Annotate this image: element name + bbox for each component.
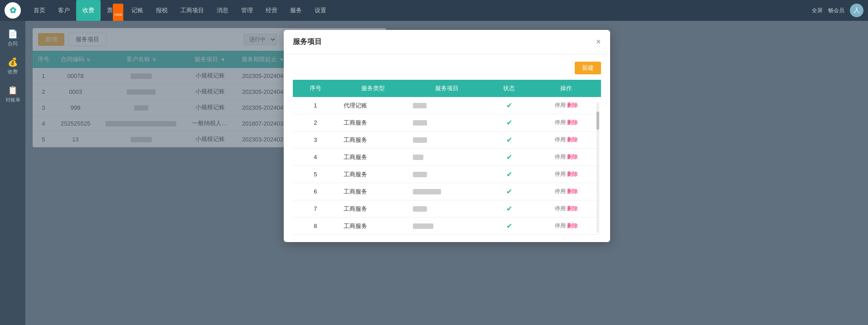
modal-cell-status: ✔ bbox=[486, 149, 532, 166]
list-item: 3 工商服务 ████ ✔ 停用 删除 bbox=[293, 131, 601, 149]
avatar[interactable]: 人 bbox=[850, 4, 863, 17]
nav-accounting[interactable]: 记账 bbox=[125, 0, 150, 21]
service-modal: 服务项目 × 新建 序号 服务类型 服务项目 bbox=[284, 30, 610, 242]
fullscreen-label[interactable]: 全屏 bbox=[812, 7, 823, 15]
list-item: 1 代理记账 ███1 ✔ 停用 删除 bbox=[293, 97, 601, 114]
app-logo: ✿ bbox=[5, 2, 21, 19]
modal-cell-status: ✔ bbox=[486, 218, 532, 235]
modal-cell-item: ███注册 bbox=[407, 218, 486, 235]
modal-cell-item: ████ bbox=[407, 166, 486, 183]
modal-cell-action: 停用 删除 bbox=[532, 183, 601, 200]
nav-industrial[interactable]: 工商项目 bbox=[174, 0, 210, 21]
modal-col-item: 服务项目 bbox=[407, 80, 486, 97]
sidebar-label-contract: 合同 bbox=[8, 41, 18, 46]
sidebar-label-reconcile: 对账单 bbox=[5, 97, 20, 102]
modal-cell-seq: 4 bbox=[293, 149, 339, 166]
modal-cell-type: 工商服务 bbox=[338, 200, 407, 218]
nav-business[interactable]: 经营 bbox=[259, 0, 284, 21]
nav-tax[interactable]: 报税 bbox=[150, 0, 174, 21]
delete-button[interactable]: 删除 bbox=[567, 205, 578, 213]
modal-cell-action: 停用 删除 bbox=[532, 218, 601, 235]
modal-cell-status: ✔ bbox=[486, 183, 532, 200]
nav-manage[interactable]: 管理 bbox=[235, 0, 259, 21]
sidebar-label-charges: 收费 bbox=[8, 69, 18, 74]
delete-button[interactable]: 删除 bbox=[567, 170, 578, 178]
list-item: 6 工商服务 ████████ ✔ 停用 删除 bbox=[293, 183, 601, 200]
modal-cell-status: ✔ bbox=[486, 200, 532, 218]
modal-cell-type: 工商服务 bbox=[338, 114, 407, 131]
scrollbar-track[interactable] bbox=[596, 102, 599, 233]
nav-service[interactable]: 服务 bbox=[284, 0, 308, 21]
stop-button[interactable]: 停用 bbox=[555, 153, 566, 161]
modal-cell-seq: 1 bbox=[293, 97, 339, 114]
sidebar-item-contract[interactable]: 📄 合同 bbox=[1, 25, 24, 51]
modal-overlay: 服务项目 × 新建 序号 服务类型 服务项目 bbox=[25, 21, 868, 325]
nav-customer[interactable]: 客户 bbox=[52, 0, 76, 21]
modal-cell-type: 工商服务 bbox=[338, 183, 407, 200]
delete-button[interactable]: 删除 bbox=[567, 153, 578, 161]
nav-settings[interactable]: 设置 bbox=[308, 0, 333, 21]
list-item: 5 工商服务 ████ ✔ 停用 删除 bbox=[293, 166, 601, 183]
delete-button[interactable]: 删除 bbox=[567, 188, 578, 195]
stop-button[interactable]: 停用 bbox=[555, 205, 566, 213]
modal-cell-type: 工商服务 bbox=[338, 131, 407, 149]
modal-col-seq: 序号 bbox=[293, 80, 339, 97]
modal-cell-status: ✔ bbox=[486, 166, 532, 183]
modal-cell-item: ███1 bbox=[407, 97, 486, 114]
nav-invoice[interactable]: 票据 new bbox=[101, 0, 125, 21]
modal-body: 新建 序号 服务类型 服务项目 状态 操作 bbox=[284, 54, 610, 242]
reconcile-icon: 📋 bbox=[3, 85, 23, 95]
modal-cell-action: 停用 删除 bbox=[532, 149, 601, 166]
main-content: 新增 服务项目 进行中 🔍 序号 合同编码 ⇅ 客户名称 ⇅ 服务项目 bbox=[25, 21, 868, 325]
modal-cell-status: ✔ bbox=[486, 114, 532, 131]
scrollbar-thumb[interactable] bbox=[596, 112, 599, 130]
sidebar-item-charges[interactable]: 💰 收费 bbox=[1, 53, 24, 79]
modal-close-button[interactable]: × bbox=[596, 37, 601, 47]
modal-col-type: 服务类型 bbox=[338, 80, 407, 97]
list-item: 7 工商服务 ████ ✔ 停用 删除 bbox=[293, 200, 601, 218]
modal-cell-action: 停用 删除 bbox=[532, 131, 601, 149]
modal-cell-seq: 7 bbox=[293, 200, 339, 218]
list-item: 4 工商服务 ███ ✔ 停用 删除 bbox=[293, 149, 601, 166]
modal-cell-item: ████ bbox=[407, 200, 486, 218]
modal-new-button[interactable]: 新建 bbox=[575, 62, 601, 74]
delete-button[interactable]: 删除 bbox=[567, 119, 578, 126]
delete-button[interactable]: 删除 bbox=[567, 136, 578, 144]
modal-cell-type: 代理记账 bbox=[338, 97, 407, 114]
modal-cell-type: 工商服务 bbox=[338, 149, 407, 166]
stop-button[interactable]: 停用 bbox=[555, 170, 566, 178]
modal-cell-action: 停用 删除 bbox=[532, 200, 601, 218]
modal-cell-type: 工商服务 bbox=[338, 166, 407, 183]
nav-home[interactable]: 首页 bbox=[27, 0, 52, 21]
delete-button[interactable]: 删除 bbox=[567, 222, 578, 230]
modal-cell-item: ████ bbox=[407, 131, 486, 149]
modal-col-status: 状态 bbox=[486, 80, 532, 97]
sidebar: 📄 合同 💰 收费 📋 对账单 bbox=[0, 21, 25, 325]
sidebar-item-reconcile[interactable]: 📋 对账单 bbox=[1, 82, 24, 107]
stop-button[interactable]: 停用 bbox=[555, 102, 566, 109]
top-navigation: ✿ 首页 客户 收费 票据 new 记账 报税 工商项目 消息 管理 经营 服务… bbox=[0, 0, 868, 21]
stop-button[interactable]: 停用 bbox=[555, 222, 566, 230]
modal-cell-seq: 3 bbox=[293, 131, 339, 149]
modal-header: 服务项目 × bbox=[284, 30, 610, 54]
nav-message[interactable]: 消息 bbox=[210, 0, 235, 21]
modal-title: 服务项目 bbox=[293, 37, 322, 47]
charges-icon: 💰 bbox=[3, 57, 23, 67]
modal-cell-seq: 6 bbox=[293, 183, 339, 200]
stop-button[interactable]: 停用 bbox=[555, 188, 566, 195]
modal-cell-action: 停用 删除 bbox=[532, 97, 601, 114]
list-item: 8 工商服务 ███注册 ✔ 停用 删除 bbox=[293, 218, 601, 235]
delete-button[interactable]: 删除 bbox=[567, 102, 578, 109]
nav-charges[interactable]: 收费 bbox=[76, 0, 101, 21]
nav-right: 全屏 畅会员 人 bbox=[812, 4, 863, 17]
modal-toolbar: 新建 bbox=[293, 62, 601, 74]
modal-col-action: 操作 bbox=[532, 80, 601, 97]
stop-button[interactable]: 停用 bbox=[555, 119, 566, 126]
main-layout: 📄 合同 💰 收费 📋 对账单 新增 服务项目 进行中 🔍 bbox=[0, 21, 868, 325]
modal-cell-status: ✔ bbox=[486, 131, 532, 149]
modal-cell-item: ████████ bbox=[407, 183, 486, 200]
modal-cell-status: ✔ bbox=[486, 97, 532, 114]
stop-button[interactable]: 停用 bbox=[555, 136, 566, 144]
modal-cell-seq: 2 bbox=[293, 114, 339, 131]
member-label[interactable]: 畅会员 bbox=[828, 7, 844, 15]
